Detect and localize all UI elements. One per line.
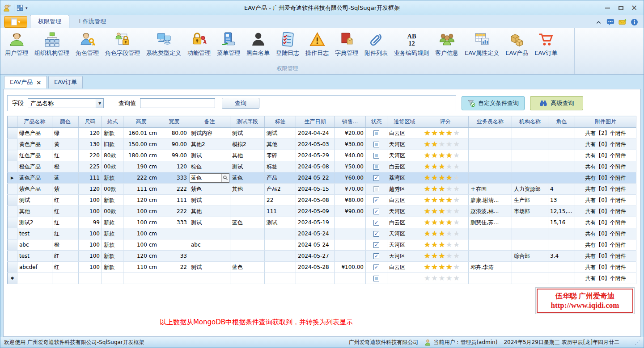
cell-org[interactable]: [512, 172, 548, 184]
cell-testfield[interactable]: [230, 251, 265, 262]
cell-price[interactable]: ¥60.00: [335, 172, 366, 184]
cell-price[interactable]: [335, 251, 366, 262]
star-empty-icon[interactable]: ★: [453, 196, 460, 204]
cell-width[interactable]: [159, 239, 189, 251]
cell-attach[interactable]: 共有【2】个附件: [575, 128, 636, 139]
cell-name[interactable]: 红色产品: [17, 150, 52, 161]
status-checkbox-checked[interactable]: ✓: [373, 264, 379, 270]
cell-color[interactable]: 红: [52, 228, 79, 239]
cell-size[interactable]: 100: [79, 195, 102, 206]
cell-name[interactable]: test: [17, 251, 52, 262]
cell-color[interactable]: 红: [52, 206, 79, 217]
star-filled-icon[interactable]: ★: [446, 218, 453, 226]
cell-area[interactable]: 白云区: [387, 161, 422, 172]
status-checkbox-checked[interactable]: ✓: [373, 253, 379, 259]
cell-testfield[interactable]: 测试: [230, 128, 265, 139]
cell-area[interactable]: 天河区: [387, 139, 422, 150]
cell-attach[interactable]: 共有【0】个附件: [575, 251, 636, 262]
cell-rating[interactable]: ★★★★★: [422, 217, 469, 228]
star-empty-icon[interactable]: ★: [453, 274, 460, 282]
ribbon-button-cart[interactable]: EAV订单: [531, 30, 560, 59]
column-header-remark[interactable]: 备注: [189, 116, 230, 128]
cell-status[interactable]: ✓: [366, 228, 387, 239]
star-empty-icon[interactable]: ★: [453, 263, 460, 271]
rating-stars-3-of-5[interactable]: ★★★★★: [424, 207, 461, 215]
cell-rating[interactable]: ★★★★★: [422, 251, 469, 262]
cell-attach[interactable]: 共有【0】个附件: [575, 262, 636, 273]
cell-height[interactable]: 120 cm: [123, 195, 159, 206]
cell-area[interactable]: 天河区: [387, 228, 422, 239]
cell-area[interactable]: 白云区: [387, 128, 422, 139]
cell-org[interactable]: [512, 139, 548, 150]
cell-size[interactable]: 220: [79, 150, 102, 161]
star-empty-icon[interactable]: ★: [453, 240, 460, 249]
column-header-name[interactable]: 产品名称: [17, 116, 52, 128]
column-header-role[interactable]: 角色: [548, 116, 575, 128]
cell-height[interactable]: 110 cm: [123, 262, 159, 273]
feedback-comment-icon[interactable]: [606, 18, 614, 26]
cell-testfield[interactable]: [230, 239, 265, 251]
cell-remark[interactable]: 蓝色: [189, 172, 230, 184]
star-empty-icon[interactable]: ★: [446, 274, 453, 282]
cell-salesman[interactable]: [469, 150, 512, 161]
cell-org[interactable]: [512, 273, 548, 284]
cell-testfield[interactable]: [230, 195, 265, 206]
cell-testfield[interactable]: 蓝色: [230, 262, 265, 273]
cell-width[interactable]: 333: [159, 217, 189, 228]
cell-name[interactable]: 黄色产品: [17, 139, 52, 150]
cell-date[interactable]: 2024-04-24: [296, 128, 335, 139]
row-selector[interactable]: [8, 251, 17, 262]
cell-height[interactable]: 180.00 cm: [123, 150, 159, 161]
star-filled-icon[interactable]: ★: [424, 218, 431, 226]
cell-name[interactable]: abcdef: [17, 262, 52, 273]
row-selector[interactable]: ✱: [8, 273, 17, 284]
remark-editor-value[interactable]: 蓝色: [190, 174, 221, 182]
star-filled-icon[interactable]: ★: [431, 184, 438, 193]
row-selector[interactable]: [8, 184, 17, 195]
star-filled-icon[interactable]: ★: [439, 207, 446, 215]
cell-remark[interactable]: 测试: [189, 217, 230, 228]
cell-tag[interactable]: 测试: [265, 217, 296, 228]
star-empty-icon[interactable]: ★: [446, 184, 453, 193]
cell-attach[interactable]: 共有【0】个附件: [575, 184, 636, 195]
cell-rating[interactable]: ★★★★★: [422, 172, 469, 184]
star-filled-icon[interactable]: ★: [439, 240, 446, 249]
cell-testfield[interactable]: [230, 273, 265, 284]
cell-size[interactable]: 120: [79, 184, 102, 195]
star-filled-icon[interactable]: ★: [424, 140, 431, 148]
ribbon-button-computers[interactable]: 系统类型定义: [143, 30, 184, 59]
ribbon-button-lock-key[interactable]: 功能管理: [184, 30, 214, 59]
star-filled-icon[interactable]: ★: [424, 162, 431, 171]
star-filled-icon[interactable]: ★: [439, 229, 446, 238]
star-filled-icon[interactable]: ★: [446, 173, 453, 182]
cell-price[interactable]: [335, 239, 366, 251]
cell-price[interactable]: ¥40.00: [335, 150, 366, 161]
rating-stars-2-of-5[interactable]: ★★★★★: [424, 140, 461, 148]
star-filled-icon[interactable]: ★: [424, 129, 431, 137]
cell-style[interactable]: 00款: [102, 184, 123, 195]
row-selector[interactable]: [8, 217, 17, 228]
star-empty-icon[interactable]: ★: [453, 184, 460, 193]
star-filled-icon[interactable]: ★: [431, 252, 438, 260]
cell-area[interactable]: 天河区: [387, 150, 422, 161]
cell-color[interactable]: 绿: [52, 128, 79, 139]
cell-style[interactable]: [102, 273, 123, 284]
cell-style[interactable]: 旧款: [102, 139, 123, 150]
cell-remark[interactable]: [189, 228, 230, 239]
cell-testfield[interactable]: 蓝色: [230, 172, 265, 184]
cell-status[interactable]: [366, 273, 387, 284]
cell-area[interactable]: 白云区: [387, 217, 422, 228]
field-combobox[interactable]: 产品名称 ▼: [28, 98, 104, 108]
cell-date[interactable]: 2024-05-28: [296, 262, 335, 273]
cell-role[interactable]: [548, 228, 575, 239]
column-header-testfield[interactable]: 测试字段: [230, 116, 265, 128]
cell-tag[interactable]: [265, 251, 296, 262]
cell-height[interactable]: 190 cm: [123, 161, 159, 172]
rating-stars-4-of-5[interactable]: ★★★★★: [424, 218, 461, 226]
ribbon-button-paperclip[interactable]: 附件列表: [361, 30, 391, 59]
cell-size[interactable]: 100: [79, 206, 102, 217]
cell-remark[interactable]: 测试: [189, 150, 230, 161]
row-selector[interactable]: [8, 262, 17, 273]
cell-org[interactable]: 人力资源部: [512, 184, 548, 195]
magnifier-lookup-button[interactable]: [221, 174, 229, 182]
